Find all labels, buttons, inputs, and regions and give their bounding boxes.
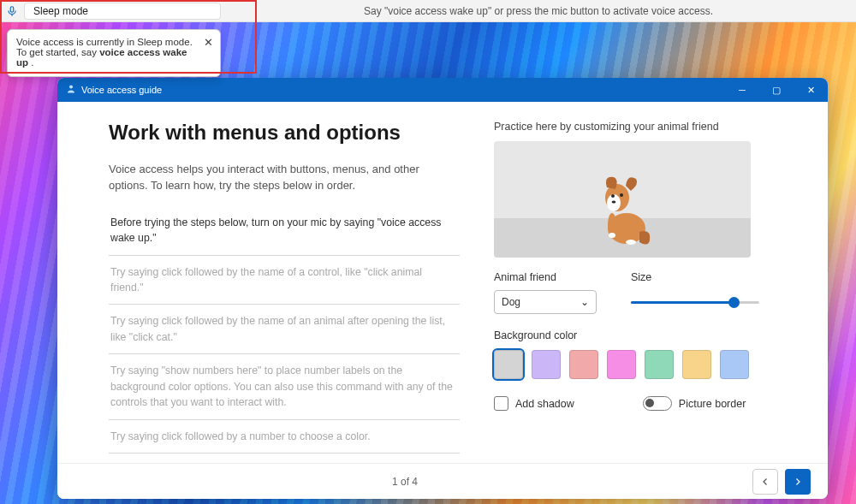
animal-friend-select[interactable]: Dog ⌄	[494, 290, 597, 314]
add-shadow-label: Add shadow	[515, 398, 574, 410]
step-item: Try saying click followed by the name of…	[109, 256, 460, 305]
chevron-down-icon: ⌄	[580, 296, 589, 308]
intro-text: Voice access helps you interact with but…	[109, 162, 460, 194]
next-button[interactable]	[785, 469, 811, 495]
page-title: Work with menus and options	[109, 121, 460, 145]
color-swatch[interactable]	[645, 350, 674, 379]
svg-point-10	[609, 233, 615, 238]
tooltip-text: Voice access is currently in Sleep mode.…	[16, 37, 193, 68]
window-title: Voice access guide	[81, 85, 162, 95]
close-icon[interactable]: ✕	[201, 35, 215, 49]
picture-border-toggle[interactable]: Picture border	[643, 396, 746, 411]
step-item: Try saying click followed by the name of…	[109, 305, 460, 354]
color-swatches	[494, 350, 804, 379]
animal-friend-label: Animal friend	[494, 271, 597, 283]
step-item: Try saying "show numbers here" to place …	[109, 354, 460, 419]
picture-border-label: Picture border	[679, 398, 746, 410]
voice-access-status: Sleep mode	[24, 3, 221, 20]
step-item: Before trying the steps below, turn on y…	[109, 215, 460, 256]
voice-access-guide-window: Voice access guide ─ ▢ ✕ Work with menus…	[57, 78, 828, 499]
svg-rect-0	[10, 6, 14, 11]
window-footer: 1 of 4	[57, 463, 828, 499]
dog-illustration	[588, 162, 657, 247]
color-swatch[interactable]	[682, 350, 711, 379]
svg-point-2	[69, 85, 73, 88]
color-swatch[interactable]	[569, 350, 598, 379]
close-button[interactable]: ✕	[794, 78, 828, 102]
maximize-button[interactable]: ▢	[759, 78, 794, 102]
color-swatch[interactable]	[532, 350, 561, 379]
svg-point-7	[620, 193, 623, 197]
size-label: Size	[631, 271, 759, 283]
page-indicator: 1 of 4	[57, 476, 752, 488]
svg-point-8	[612, 200, 616, 203]
color-swatch[interactable]	[494, 350, 523, 379]
steps-list: Before trying the steps below, turn on y…	[109, 215, 460, 454]
svg-point-6	[611, 194, 615, 198]
sleep-mode-tooltip: Voice access is currently in Sleep mode.…	[7, 29, 221, 77]
practice-label: Practice here by customizing your animal…	[494, 121, 804, 133]
minimize-button[interactable]: ─	[725, 78, 759, 102]
size-slider[interactable]	[631, 290, 759, 314]
svg-point-11	[626, 240, 636, 245]
step-item: Try saying click followed by a number to…	[109, 420, 460, 454]
prev-button[interactable]	[752, 469, 778, 495]
color-swatch[interactable]	[607, 350, 636, 379]
voice-access-bar: Sleep mode Say "voice access wake up" or…	[0, 0, 856, 22]
voice-access-helper-text: Say "voice access wake up" or press the …	[221, 5, 856, 17]
select-value: Dog	[502, 296, 520, 308]
titlebar[interactable]: Voice access guide ─ ▢ ✕	[57, 78, 828, 102]
mic-icon[interactable]	[0, 5, 24, 17]
app-icon	[66, 84, 76, 97]
background-color-label: Background color	[494, 329, 804, 341]
color-swatch[interactable]	[720, 350, 749, 379]
add-shadow-checkbox[interactable]: Add shadow	[494, 396, 574, 411]
animal-preview-canvas	[494, 141, 751, 258]
